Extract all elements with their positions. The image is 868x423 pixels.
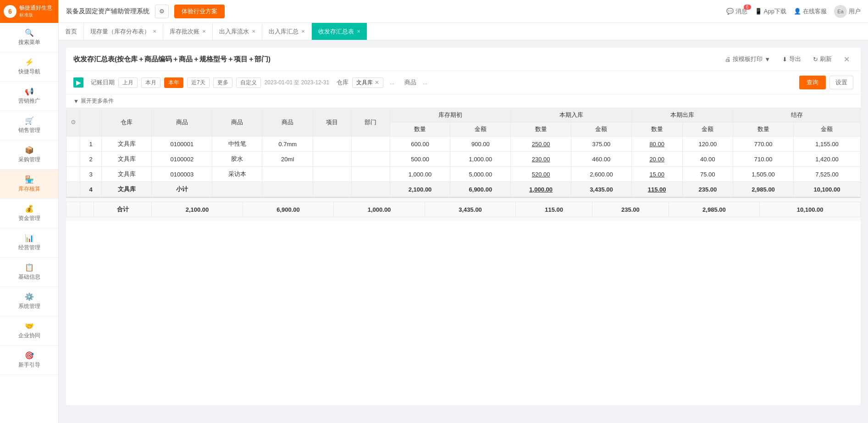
tab-batch[interactable]: 库存批次账✕	[163, 23, 213, 40]
sidebar-item-operations[interactable]: 📊经营管理	[0, 228, 58, 258]
in-qty-link[interactable]: 230.00	[532, 156, 550, 163]
row-out-qty[interactable]: 15.00	[631, 167, 682, 182]
table-gear-header[interactable]: ⚙	[66, 108, 80, 137]
tab-close-icon[interactable]: ✕	[357, 29, 360, 34]
online-service-action[interactable]: 👤 在线客服	[794, 7, 827, 16]
tab-close-icon[interactable]: ✕	[153, 29, 156, 34]
row-open-amt: 900.00	[450, 137, 511, 152]
quick-icon: ⚡	[25, 58, 34, 66]
row-gear	[66, 152, 80, 167]
warehouse-tag-close[interactable]: ✕	[375, 79, 379, 86]
row-out-qty[interactable]: 115.00	[631, 182, 682, 197]
date-this-year-btn[interactable]: 本年	[164, 77, 183, 88]
gear-button[interactable]: ⚙	[155, 5, 169, 18]
date-7days-btn[interactable]: 近7天	[187, 77, 210, 88]
tab-summary[interactable]: 出入库汇总✕	[262, 23, 312, 40]
row-name: 中性笔	[212, 137, 262, 152]
footer-no	[80, 202, 94, 217]
in-qty-link[interactable]: 250.00	[532, 141, 550, 148]
sidebar-item-search[interactable]: 🔍搜索菜单	[0, 23, 58, 52]
sidebar-item-finance[interactable]: 💰资金管理	[0, 199, 58, 228]
row-in-qty[interactable]: 250.00	[511, 137, 571, 152]
out-qty-link[interactable]: 20.00	[649, 156, 664, 163]
tab-home[interactable]: 首页	[59, 23, 84, 40]
tab-flow[interactable]: 出入库流水✕	[213, 23, 262, 40]
topbar-right: 💬 消息 6 📱 App下载 👤 在线客服 Ea 用户	[726, 5, 861, 18]
date-range: 2023-01-01 至 2023-12-31	[265, 79, 329, 87]
row-dept	[351, 152, 390, 167]
row-in-amt: 2,600.00	[571, 167, 632, 182]
tab-close-icon[interactable]: ✕	[252, 29, 255, 34]
sidebar-item-sales[interactable]: 🛒销售管理	[0, 111, 58, 140]
filter-date-group: 记账日期 上月 本月 本年 近7天 更多 自定义 2023-01-01 至 20…	[91, 77, 329, 88]
trial-button[interactable]: 体验行业方案	[174, 5, 225, 18]
table-in-header: 本期入库	[511, 108, 632, 122]
close-icon[interactable]: ✕	[840, 55, 853, 64]
expand-conditions[interactable]: ▼ 展开更多条件	[66, 94, 861, 108]
sidebar-item-label: 快捷导航	[18, 68, 40, 76]
footer-open-qty: 2,100.00	[152, 202, 243, 217]
sidebar-item-collab[interactable]: 🤝企业协同	[0, 316, 58, 346]
page-actions: 🖨 按模板打印 ▼ ⬇ 导出 ↻ 刷新 ✕	[721, 53, 853, 65]
date-more-btn[interactable]: 更多	[213, 77, 232, 88]
guide-icon: 🎯	[25, 351, 34, 360]
out-qty-link[interactable]: 80.00	[649, 141, 664, 148]
message-badge: 6	[744, 5, 751, 10]
topbar: 装备及固定资产辅助管理系统 ⚙ 体验行业方案 💬 消息 6 📱 App下载 👤 …	[59, 0, 868, 23]
row-warehouse: 文具库	[102, 152, 152, 167]
app-download-action[interactable]: 📱 App下载	[755, 7, 786, 16]
print-button[interactable]: 🖨 按模板打印 ▼	[721, 53, 774, 65]
out-qty-link[interactable]: 115.00	[648, 186, 666, 193]
row-gear	[66, 182, 80, 197]
filter-expand-button[interactable]: ▶	[73, 77, 83, 88]
row-out-qty[interactable]: 20.00	[631, 152, 682, 167]
chevron-down-icon: ▼	[764, 56, 770, 63]
table-wrap: ⚙ 仓库 商品 商品 商品 项目 部门 库存期初 本期入库 本期出库 结存	[66, 108, 861, 197]
sidebar-item-marketing[interactable]: 📢营销推广	[0, 82, 58, 111]
row-in-qty[interactable]: 230.00	[511, 152, 571, 167]
search-icon: 🔍	[25, 28, 34, 37]
sidebar-item-inventory[interactable]: 🏪库存核算	[0, 170, 58, 199]
in-qty-link[interactable]: 1,000.00	[529, 186, 553, 193]
sidebar-item-quick[interactable]: ⚡快捷导航	[0, 52, 58, 82]
page-title: 收发存汇总表(按仓库＋商品编码＋商品＋规格型号＋项目＋部门)	[73, 55, 271, 64]
row-out-amt: 120.00	[682, 137, 733, 152]
print-label: 按模板打印	[733, 55, 763, 63]
table-spec-header: 商品	[262, 108, 313, 137]
date-custom-btn[interactable]: 自定义	[236, 77, 261, 88]
tab-close-icon[interactable]: ✕	[301, 29, 305, 34]
tab-receive-send[interactable]: 收发存汇总表✕	[312, 23, 367, 40]
sidebar-item-purchase[interactable]: 📦采购管理	[0, 140, 58, 170]
query-button[interactable]: 查询	[799, 76, 826, 89]
tab-close-icon[interactable]: ✕	[202, 29, 206, 34]
export-label: 导出	[789, 55, 801, 63]
row-open-qty: 500.00	[390, 152, 450, 167]
out-qty-link[interactable]: 15.00	[649, 171, 664, 178]
table-row: 1 文具库 0100001 中性笔 0.7mm 600.00 900.00 25…	[66, 137, 861, 152]
user-label: 用户	[849, 7, 861, 16]
row-open-amt: 1,000.00	[450, 152, 511, 167]
topbar-left: 装备及固定资产辅助管理系统 ⚙ 体验行业方案	[66, 5, 225, 18]
in-qty-link[interactable]: 520.00	[532, 171, 550, 178]
refresh-button[interactable]: ↻ 刷新	[809, 53, 835, 65]
warehouse-more-btn[interactable]: ...	[387, 78, 397, 87]
logo-sub: 标准版	[19, 12, 52, 18]
row-open-amt: 5,000.00	[450, 167, 511, 182]
warehouse-tag[interactable]: 文具库 ✕	[352, 77, 383, 88]
setting-button[interactable]: 设置	[829, 76, 853, 89]
row-no: 3	[80, 167, 102, 182]
goods-more-btn[interactable]: ...	[420, 78, 430, 87]
date-last-month-btn[interactable]: 上月	[118, 77, 138, 88]
sidebar-item-basic[interactable]: 📋基础信息	[0, 258, 58, 287]
tab-stock-dist[interactable]: 现存量（库存分布表）✕	[84, 23, 163, 40]
row-in-qty[interactable]: 1,000.00	[511, 182, 571, 197]
date-this-month-btn[interactable]: 本月	[141, 77, 160, 88]
user-action[interactable]: Ea 用户	[834, 5, 861, 18]
message-action[interactable]: 💬 消息 6	[726, 7, 747, 16]
row-out-qty[interactable]: 80.00	[631, 137, 682, 152]
sidebar-item-system[interactable]: ⚙️系统管理	[0, 287, 58, 316]
sidebar-item-guide[interactable]: 🎯新手引导	[0, 346, 58, 375]
export-button[interactable]: ⬇ 导出	[779, 53, 805, 65]
tab-label: 现存量（库存分布表）	[90, 27, 150, 36]
row-in-qty[interactable]: 520.00	[511, 167, 571, 182]
